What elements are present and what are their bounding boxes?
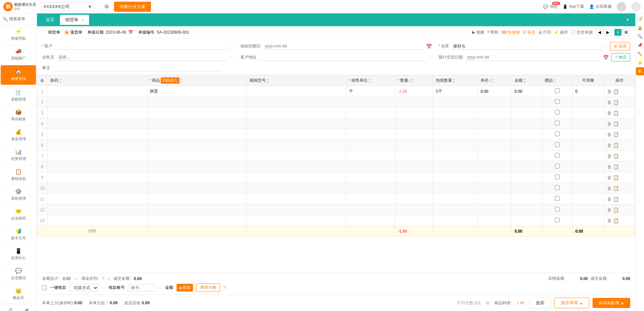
radio-sale-order[interactable]: 销货单: [42, 30, 60, 35]
copy-icon-12[interactable]: 📋: [613, 207, 619, 212]
sidebar-item-purchase[interactable]: 🛒 采购管理: [0, 86, 37, 106]
row-product-12[interactable]: [147, 204, 247, 215]
row-barcode-3[interactable]: [47, 108, 147, 118]
th-settings[interactable]: ⚙: [37, 75, 47, 86]
settle-method-select[interactable]: 结算方式: [70, 284, 99, 292]
history-prev[interactable]: ◀: [596, 29, 603, 36]
right-tool-bell[interactable]: 🔔: [636, 67, 644, 75]
row-gift-11[interactable]: [542, 194, 572, 204]
gift-checkbox-10[interactable]: [555, 185, 560, 190]
row-unit-7[interactable]: [346, 151, 395, 161]
row-qty-7[interactable]: [395, 151, 433, 161]
delete-icon-2[interactable]: 🗑: [607, 100, 612, 105]
row-unit-10[interactable]: [346, 183, 395, 194]
copy-icon-4[interactable]: 📋: [613, 121, 619, 126]
spec-input-10[interactable]: [250, 186, 343, 191]
right-tool-notes[interactable]: 📝: [636, 15, 644, 23]
gift-checkbox-5[interactable]: [555, 131, 560, 136]
row-qty-4[interactable]: [395, 118, 433, 129]
delete-icon-10[interactable]: 🗑: [607, 186, 612, 191]
row-gift-10[interactable]: [542, 183, 572, 194]
barcode-input-3[interactable]: [50, 111, 144, 115]
fenyong-btn[interactable]: 费用分摊: [196, 283, 220, 292]
row-amount-12[interactable]: [512, 204, 542, 215]
spec-input-1[interactable]: [250, 89, 343, 94]
row-spec-13[interactable]: [247, 215, 346, 226]
gift-checkbox-8[interactable]: [555, 164, 560, 168]
spec-input-13[interactable]: [250, 218, 343, 223]
row-product-8[interactable]: [147, 161, 247, 172]
remark-input[interactable]: [53, 64, 221, 71]
spec-input-2[interactable]: [250, 100, 343, 105]
row-amount-11[interactable]: [512, 194, 542, 204]
row-barcode-13[interactable]: [47, 215, 147, 226]
delete-icon-3[interactable]: 🗑: [607, 110, 612, 116]
delete-icon-7[interactable]: 🗑: [607, 153, 612, 159]
row-pack-qty-10[interactable]: [433, 183, 478, 194]
row-unit-9[interactable]: [346, 172, 395, 183]
view-list-btn[interactable]: ≡: [614, 29, 621, 36]
row-product-6[interactable]: [147, 140, 247, 151]
row-amount-10[interactable]: [512, 183, 542, 194]
row-spec-8[interactable]: [247, 161, 346, 172]
operate-btn[interactable]: ⚡ 操作: [554, 30, 568, 35]
sidebar-search[interactable]: 🔍 搜索菜单: [0, 13, 37, 25]
row-pack-qty-9[interactable]: [433, 172, 478, 183]
row-price-9[interactable]: [478, 172, 512, 183]
copy-icon-10[interactable]: 📋: [613, 186, 619, 191]
row-barcode-2[interactable]: [47, 97, 147, 108]
row-pack-qty-5[interactable]: [433, 129, 478, 140]
row-qty-3[interactable]: [395, 108, 433, 118]
row-barcode-12[interactable]: [47, 204, 147, 215]
sidebar-item-enterprise[interactable]: 🤝 企业协同: [0, 205, 37, 225]
copy-icon-8[interactable]: 📋: [613, 164, 619, 169]
barcode-input-2[interactable]: [50, 100, 144, 105]
warehouse-dots[interactable]: ···: [604, 44, 607, 49]
sidebar-item-guide[interactable]: 🔰 新手引导: [0, 225, 37, 244]
copy-icon-7[interactable]: 📋: [613, 153, 619, 159]
video-btn[interactable]: ▶ 视频: [472, 30, 484, 35]
gift-checkbox-3[interactable]: [555, 110, 560, 115]
product-input-6[interactable]: [150, 143, 244, 148]
row-barcode-6[interactable]: [47, 140, 147, 151]
add-button[interactable]: ● 添加: [177, 284, 193, 291]
row-gift-1[interactable]: [542, 86, 572, 97]
row-product-13[interactable]: [147, 215, 247, 226]
row-barcode-11[interactable]: [47, 194, 147, 204]
trial-button[interactable]: 体验行业方案: [114, 2, 151, 12]
row-amount-9[interactable]: [512, 172, 542, 183]
spec-input-7[interactable]: [250, 154, 343, 158]
row-gift-8[interactable]: [542, 161, 572, 172]
row-price-12[interactable]: [478, 204, 512, 215]
row-pack-qty-11[interactable]: [433, 194, 478, 204]
row-unit-1[interactable]: 个: [346, 86, 395, 97]
delete-icon-6[interactable]: 🗑: [607, 143, 612, 148]
copy-icon-6[interactable]: 📋: [613, 143, 619, 148]
row-unit-11[interactable]: [346, 194, 395, 204]
tab-home[interactable]: 首页: [40, 15, 60, 25]
row-product-3[interactable]: [147, 108, 247, 118]
user-avatar[interactable]: [617, 2, 626, 11]
product-input-5[interactable]: [150, 132, 244, 137]
row-unit-6[interactable]: [346, 140, 395, 151]
row-price-2[interactable]: [478, 97, 512, 108]
barcode-input-7[interactable]: [50, 154, 144, 158]
copy-icon-13[interactable]: 📋: [613, 218, 619, 223]
product-input-3[interactable]: [150, 111, 244, 115]
row-gift-9[interactable]: [542, 172, 572, 183]
row-amount-3[interactable]: [512, 108, 542, 118]
sidebar-item-member[interactable]: 👑 畅会员: [0, 284, 37, 304]
radio-return-order[interactable]: 退货单: [64, 30, 82, 35]
row-gift-2[interactable]: [542, 97, 572, 108]
history-btn[interactable]: 📄 历史单据: [571, 30, 593, 35]
sidebar-item-inventory[interactable]: 📦 库存核算: [0, 106, 37, 125]
sidebar-item-wechat[interactable]: 💬 企业微信: [0, 264, 37, 284]
scan-btn[interactable]: 扫码录入: [161, 77, 180, 84]
copy-icon-5[interactable]: 📋: [613, 132, 619, 137]
sidebar-item-basic[interactable]: 📋 基础信息: [0, 165, 37, 185]
spec-input-9[interactable]: [250, 175, 343, 180]
row-unit-12[interactable]: [346, 204, 395, 215]
row-spec-4[interactable]: [247, 118, 346, 129]
row-barcode-1[interactable]: [47, 86, 147, 97]
print-btn[interactable]: 🖨 打印: [538, 30, 551, 35]
